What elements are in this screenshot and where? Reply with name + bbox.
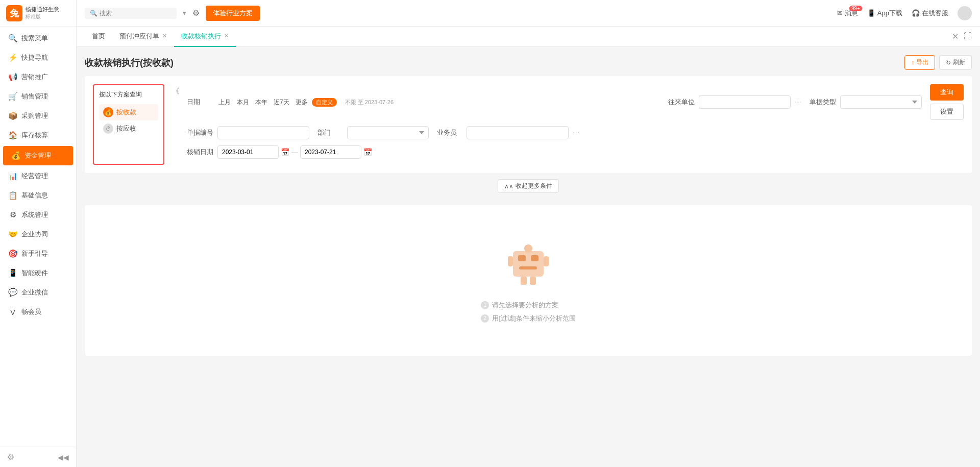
nav-label-6: 资金管理	[24, 151, 51, 160]
date-range-hint: 不限 至 2023-07-26	[345, 99, 394, 106]
tab-home[interactable]: 首页	[85, 27, 112, 47]
nav-icon-1: ⚡	[8, 53, 17, 62]
topbar: 🔍 ▾ ⚙ 体验行业方案 ✉ 消息 99+ 📱 App下载 🎧 在线客服	[77, 0, 980, 27]
tab-prepay-label: 预付冲应付单	[119, 32, 159, 41]
nav-icon-0: 🔍	[8, 34, 17, 43]
app-download-link[interactable]: 📱 App下载	[867, 9, 902, 18]
custom-date-tag[interactable]: 自定义	[312, 98, 337, 107]
online-service-link[interactable]: 🎧 在线客服	[912, 9, 948, 18]
staff-input[interactable]	[467, 126, 569, 139]
sidebar-collapse-icon[interactable]: ◀◀	[58, 453, 69, 461]
writeoff-start-calendar-icon[interactable]: 📅	[281, 148, 289, 156]
shortcut-7days[interactable]: 近7天	[272, 97, 291, 108]
shortcut-more[interactable]: 更多	[293, 97, 310, 108]
sidebar-item-10[interactable]: 🤝企业协同	[0, 225, 76, 244]
tip-number-1: 1	[481, 301, 489, 309]
date-label: 日期	[187, 97, 212, 107]
logo-area: 兔 畅捷通好生意 标准版	[0, 0, 76, 27]
settings-button[interactable]: 设置	[930, 104, 964, 120]
shortcut-this-month[interactable]: 本月	[235, 97, 251, 108]
export-button[interactable]: ↑ 导出	[904, 55, 935, 70]
empty-tip-1: 1 请先选择要分析的方案	[481, 299, 575, 312]
sidebar-item-3[interactable]: 🛒销售管理	[0, 87, 76, 106]
writeoff-end-input[interactable]	[300, 145, 361, 159]
query-button[interactable]: 查询	[930, 84, 964, 101]
doc-no-input[interactable]	[217, 126, 309, 139]
tab-close-all-icon[interactable]: ✕	[952, 32, 959, 41]
staff-more-icon[interactable]: ···	[573, 128, 579, 137]
sidebar-item-2[interactable]: 📢营销推广	[0, 67, 76, 87]
sidebar-item-9[interactable]: ⚙系统管理	[0, 205, 76, 225]
message-button[interactable]: ✉ 消息 99+	[837, 9, 858, 18]
svg-rect-7	[530, 277, 536, 285]
filter-collapse-toggle[interactable]: 《	[170, 84, 181, 97]
svg-rect-2	[531, 255, 538, 261]
dept-label: 部门	[317, 128, 343, 137]
topbar-gear-icon[interactable]: ⚙	[192, 8, 200, 18]
nav-icon-6: 💰	[11, 151, 20, 160]
filter-option-by-receivable[interactable]: ⏱ 按应收	[99, 120, 158, 137]
sidebar-item-8[interactable]: 📋基础信息	[0, 186, 76, 205]
sidebar-item-5[interactable]: 🏠库存核算	[0, 126, 76, 145]
tab-prepay[interactable]: 预付冲应付单 ✕	[112, 27, 174, 47]
sidebar-item-14[interactable]: V畅会员	[0, 302, 76, 322]
writeoff-date-range: 📅 — 📅	[217, 145, 372, 159]
tab-writeoff-close[interactable]: ✕	[224, 33, 229, 39]
filter-option-receipt-label: 按收款	[116, 108, 136, 117]
nav-label-3: 销售管理	[21, 92, 48, 101]
nav-icon-10: 🤝	[8, 230, 17, 239]
collapse-label: 收起更多条件	[516, 182, 552, 190]
search-box[interactable]: 🔍	[85, 8, 177, 19]
collapse-more-button[interactable]: ∧∧ 收起更多条件	[498, 179, 559, 193]
sidebar-item-12[interactable]: 📱智能硬件	[0, 263, 76, 283]
doc-type-select[interactable]	[840, 95, 922, 109]
tab-writeoff[interactable]: 收款核销执行 ✕	[174, 27, 236, 47]
dept-select[interactable]	[347, 126, 429, 139]
filter-option-by-receipt[interactable]: 💰 按收款	[99, 104, 158, 120]
empty-tips: 1 请先选择要分析的方案 2 用[过滤]条件来缩小分析范围	[481, 299, 575, 325]
sidebar-item-13[interactable]: 💬企业微信	[0, 283, 76, 302]
dropdown-chevron-icon[interactable]: ▾	[183, 9, 186, 17]
nav-label-12: 智能硬件	[21, 268, 48, 278]
filter-panel: 按以下方案查询 💰 按收款 ⏱ 按应收 《 日期	[85, 76, 972, 173]
search-input[interactable]	[100, 10, 166, 17]
sidebar-item-1[interactable]: ⚡快捷导航	[0, 48, 76, 67]
sidebar-item-11[interactable]: 🎯新手引导	[0, 244, 76, 263]
shortcut-this-year[interactable]: 本年	[253, 97, 270, 108]
counterparty-field: 往来单位 ···	[668, 95, 801, 109]
page-header: 收款核销执行(按收款) ↑ 导出 ↻ 刷新	[85, 55, 972, 70]
nav-icon-2: 📢	[8, 72, 17, 82]
writeoff-start-input[interactable]	[217, 145, 279, 159]
writeoff-end-calendar-icon[interactable]: 📅	[363, 148, 372, 156]
tab-prepay-close[interactable]: ✕	[162, 33, 167, 39]
counterparty-input[interactable]	[699, 95, 791, 109]
sidebar: 兔 畅捷通好生意 标准版 🔍搜索菜单⚡快捷导航📢营销推广🛒销售管理📦采购管理🏠库…	[0, 0, 77, 467]
filter-sidebar-title: 按以下方案查询	[99, 90, 158, 99]
refresh-button[interactable]: ↻ 刷新	[939, 55, 972, 70]
nav-label-9: 系统管理	[21, 210, 48, 219]
query-actions: 查询 设置	[930, 84, 964, 120]
sidebar-item-6[interactable]: 💰资金管理	[3, 146, 73, 165]
solution-button[interactable]: 体验行业方案	[206, 6, 260, 21]
shortcut-last-month[interactable]: 上月	[216, 97, 233, 108]
receipt-icon: 💰	[103, 107, 113, 117]
topbar-right: ✉ 消息 99+ 📱 App下载 🎧 在线客服	[837, 6, 972, 20]
main-area: 🔍 ▾ ⚙ 体验行业方案 ✉ 消息 99+ 📱 App下载 🎧 在线客服	[77, 0, 980, 467]
nav-label-5: 库存核算	[21, 131, 48, 140]
user-avatar[interactable]	[958, 6, 972, 20]
settings-icon[interactable]: ⚙	[7, 452, 14, 462]
doc-type-field: 单据类型	[810, 95, 922, 109]
svg-rect-1	[518, 255, 526, 261]
sidebar-item-7[interactable]: 📊经营管理	[0, 166, 76, 186]
counterparty-more-icon[interactable]: ···	[795, 97, 801, 107]
empty-illustration	[498, 236, 559, 288]
staff-field: 业务员 ···	[437, 126, 579, 139]
sidebar-item-4[interactable]: 📦采购管理	[0, 106, 76, 126]
collapse-icon: ∧∧	[504, 183, 513, 190]
tab-expand-icon[interactable]: ⛶	[964, 32, 972, 41]
svg-rect-6	[521, 277, 527, 285]
app-download-label: App下载	[877, 9, 902, 18]
tab-writeoff-label: 收款核销执行	[181, 32, 221, 41]
sidebar-item-0[interactable]: 🔍搜索菜单	[0, 29, 76, 48]
tip-text-1: 请先选择要分析的方案	[492, 299, 558, 312]
